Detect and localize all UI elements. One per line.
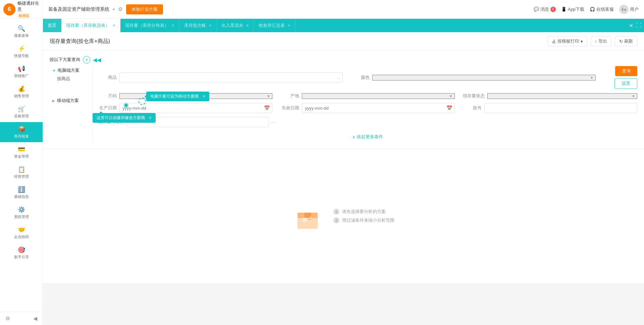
- sidebar: 6 畅捷通好生意 标准版 🔍 搜索菜单 ⚡ 快捷导航 📢 营销推广 💰 销售管理…: [0, 0, 43, 325]
- expire-date-input[interactable]: [302, 103, 455, 113]
- top-header: 装备及固定资产辅助管理系统 ▾ ⚙ 体验行业方案 💬 消息 6 📱 App下载 …: [43, 0, 644, 19]
- brand-name: 畅捷通好生意: [17, 0, 39, 12]
- tab-batch[interactable]: 库存批次账 ✕: [179, 19, 217, 32]
- calendar-icon[interactable]: 📅: [446, 105, 452, 111]
- sidebar-item-sales[interactable]: 💰 销售管理: [0, 82, 43, 102]
- set-button[interactable]: 设置: [614, 78, 637, 89]
- toggle-more-button[interactable]: ∧ 收起更多条件: [352, 134, 383, 140]
- trial-button[interactable]: 体验行业方案: [126, 4, 163, 14]
- print-button[interactable]: 🖨 按模板打印 ▾: [547, 36, 587, 46]
- empty-step-1: 1 请先选择要分析的方案: [333, 209, 394, 215]
- page-actions: 🖨 按模板打印 ▾ ↑ 导出 ↻ 刷新: [547, 36, 638, 46]
- scheme-tree-area: ▼ 电脑端方案 按商品 这里可以创建和修改方案哦 ✕ ▶ 移动端方案: [50, 66, 637, 143]
- tab-close-icon[interactable]: ✕: [112, 23, 115, 28]
- sidebar-item-quick[interactable]: ⚡ 快捷导航: [0, 42, 43, 62]
- sidebar-item-finance[interactable]: 💳 资金管理: [0, 142, 43, 162]
- sidebar-item-inventory[interactable]: 📦 库存核算: [0, 122, 43, 142]
- add-scheme-button[interactable]: +: [83, 56, 90, 63]
- sidebar-item-label: 快捷导航: [14, 53, 29, 58]
- user-item[interactable]: Ea 用户: [619, 5, 639, 14]
- tab-inventory-status[interactable]: 现存量（库存状况表） ✕: [61, 19, 120, 32]
- content-area: 1 请先选择要分析的方案 2 用过滤条件来缩小分析范围: [43, 149, 644, 283]
- tab-label: 现存量（库存分布表）: [125, 22, 169, 29]
- batch-no-input[interactable]: [484, 103, 637, 113]
- cart-icon: 🛒: [18, 105, 25, 113]
- empty-steps: 1 请先选择要分析的方案 2 用过滤条件来缩小分析范围: [333, 209, 394, 223]
- search-buttons: 查询 设置: [604, 66, 637, 89]
- product-input[interactable]: [120, 73, 335, 82]
- color-select[interactable]: [372, 75, 596, 80]
- filter-area: 按以下方案查询 + ◀◀ 电脑方案可设为移动方案哦 ✕ ▼ 电脑端方案: [43, 51, 644, 149]
- scheme-item[interactable]: 按商品: [55, 75, 90, 83]
- back-btn[interactable]: ◀◀: [93, 57, 101, 63]
- range-separator: —: [271, 120, 275, 125]
- message-item[interactable]: 💬 消息 6: [534, 6, 556, 12]
- sidebar-item-search[interactable]: 🔍 搜索菜单: [0, 21, 43, 42]
- dot-indicator: [124, 104, 128, 107]
- step-number: 1: [333, 209, 339, 215]
- scheme-group-label: 电脑端方案: [58, 67, 79, 73]
- more-btn-label: 收起更多条件: [357, 134, 383, 140]
- empty-box-svg: [292, 201, 323, 231]
- tab-summary[interactable]: 收发存汇总表 ✕: [254, 19, 296, 32]
- sidebar-item-label: 企业协同: [14, 234, 29, 239]
- field-stock-status: 现存量状态: [463, 93, 637, 99]
- sidebar-item-marketing[interactable]: 📢 营销推广: [0, 62, 43, 82]
- dropdown-arrow-icon: ▾: [581, 39, 583, 44]
- tab-close-icon[interactable]: ✕: [287, 23, 290, 28]
- filter-row-1: 商品 ··· 颜色 查询: [98, 66, 637, 89]
- sidebar-item-management[interactable]: 📋 经营管理: [0, 162, 43, 182]
- tab-inventory-dist[interactable]: 现存量（库存分布表） ✕: [120, 19, 179, 32]
- app-logo-icon: 6: [3, 3, 15, 15]
- empty-step-2: 2 用过滤条件来缩小分析范围: [333, 217, 394, 223]
- tab-home[interactable]: 首页: [43, 19, 61, 32]
- sidebar-item-label: 基础信息: [14, 194, 29, 199]
- refresh-button[interactable]: ↻ 刷新: [615, 36, 637, 46]
- export-label: 导出: [598, 38, 607, 44]
- tab-flow[interactable]: 出入库流水 ✕: [217, 19, 254, 32]
- message-badge: 6: [550, 7, 556, 12]
- sidebar-item-label: 销售管理: [14, 94, 29, 99]
- tab-bar-right: ✕ ⛶: [629, 22, 644, 29]
- handshake-icon: 🤝: [18, 226, 25, 233]
- settings-icon[interactable]: ⚙: [5, 315, 10, 322]
- field-expire-date: 失效日期 📅: [280, 103, 455, 113]
- product-dots-icon[interactable]: ···: [335, 75, 342, 80]
- tab-close-icon[interactable]: ✕: [209, 23, 212, 28]
- tab-close-icon[interactable]: ✕: [171, 23, 174, 28]
- sidebar-item-guide[interactable]: 🎯 新手引导: [0, 243, 43, 263]
- gear-icon: ⚙️: [18, 206, 25, 213]
- tab-close-icon[interactable]: ✕: [246, 23, 249, 28]
- tab-expand-icon[interactable]: ⛶: [636, 22, 641, 29]
- sidebar-item-purchase[interactable]: 🛒 采购管理: [0, 102, 43, 122]
- collapse-icon[interactable]: ◀: [33, 315, 37, 322]
- tooltip-close-icon[interactable]: ✕: [202, 94, 205, 98]
- origin-select[interactable]: [302, 93, 455, 99]
- filter-row-4: 现存量（主） —: [98, 117, 637, 127]
- calendar-icon[interactable]: 📅: [264, 105, 270, 111]
- search-button[interactable]: 查询: [615, 66, 637, 76]
- sidebar-item-label: 新手引导: [14, 255, 29, 260]
- tab-close-all-icon[interactable]: ✕: [629, 22, 633, 29]
- megaphone-icon: 📢: [18, 65, 25, 72]
- empty-state: 1 请先选择要分析的方案 2 用过滤条件来缩小分析范围: [292, 201, 394, 231]
- expand-arrow-icon: ▶: [52, 99, 55, 103]
- more-conditions-row: ∧ 收起更多条件: [98, 130, 637, 143]
- page-header: 现存量查询(按仓库+商品) 🖨 按模板打印 ▾ ↑ 导出 ↻ 刷新: [43, 32, 644, 51]
- sidebar-item-info[interactable]: ℹ️ 基础信息: [0, 182, 43, 203]
- tab-label: 库存批次账: [184, 22, 206, 29]
- online-support-item[interactable]: 🎧 在线客服: [590, 6, 614, 12]
- sidebar-item-system[interactable]: ⚙️ 系统管理: [0, 203, 43, 223]
- app-download-item[interactable]: 📱 App下载: [561, 6, 584, 12]
- stock-status-select[interactable]: [487, 93, 637, 99]
- filter-row-3: 生产日期 📅 失效日期 📅 批号: [98, 103, 637, 113]
- sidebar-item-cooperation[interactable]: 🤝 企业协同: [0, 223, 43, 243]
- chevron-up-icon: ∧: [352, 134, 356, 140]
- field-batch-no: 批号: [463, 103, 637, 113]
- tooltip-close-icon[interactable]: ✕: [149, 116, 152, 120]
- avatar: Ea: [619, 5, 629, 14]
- settings-icon[interactable]: ⚙: [118, 6, 123, 12]
- export-button[interactable]: ↑ 导出: [591, 36, 612, 46]
- money-icon: 💰: [18, 85, 25, 93]
- filter-header-left: 按以下方案查询 + ◀◀: [50, 56, 101, 63]
